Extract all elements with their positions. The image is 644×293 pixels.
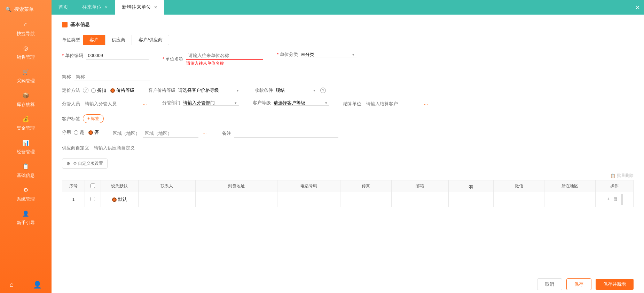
sidebar-item-system[interactable]: ⚙ 系统管理: [0, 181, 52, 205]
unit-category-select[interactable]: 未分类: [301, 52, 356, 57]
cell-default: 默认: [101, 192, 139, 207]
tab-partners-close[interactable]: ✕: [104, 5, 108, 10]
sidebar-item-inventory[interactable]: 📦 库存核算: [0, 87, 52, 111]
sidebar-item-finance[interactable]: 💰 资金管理: [0, 111, 52, 134]
form-field-supplier-custom: 供应商自定义: [62, 144, 189, 152]
unit-name-input[interactable]: [186, 51, 263, 60]
payment-terms-help-icon[interactable]: ?: [320, 88, 326, 93]
sidebar-footer: ⌂ 👤: [0, 276, 52, 293]
row-drag-handle[interactable]: [621, 194, 623, 205]
disabled-radio-no[interactable]: 否: [88, 129, 99, 136]
batch-delete-label[interactable]: 批量删除: [617, 173, 634, 179]
customer-price-select[interactable]: 请选择客户价格等级: [178, 88, 241, 93]
tag-add-btn[interactable]: + 标签: [83, 114, 104, 123]
unit-name-label: 单位名称: [163, 56, 184, 62]
tab-partners[interactable]: 往来单位 ✕: [75, 0, 115, 15]
supplier-custom-input[interactable]: [92, 144, 189, 152]
form-field-code: 单位编码: [62, 51, 149, 60]
default-radio-label[interactable]: 默认: [103, 196, 136, 203]
section-icon: [62, 22, 68, 27]
sidebar-item-label: 采购管理: [17, 78, 35, 84]
basics-icon: 📋: [21, 161, 31, 171]
unit-code-input[interactable]: [86, 51, 149, 60]
table-body: 1 默认: [62, 192, 634, 207]
type-btn-customer[interactable]: 客户: [83, 35, 105, 45]
cell-phone: [277, 192, 340, 207]
inventory-icon: 📦: [21, 90, 31, 100]
wechat-input[interactable]: [507, 197, 531, 202]
sidebar-item-quick-nav[interactable]: ⌂ 快捷导航: [0, 16, 52, 40]
row-region-input[interactable]: [558, 197, 582, 202]
sidebar-user-btn[interactable]: 👤: [30, 279, 45, 290]
payment-terms-select[interactable]: 现结: [276, 88, 317, 93]
section-title: 基本信息: [70, 22, 90, 28]
save-button[interactable]: 保存: [566, 278, 591, 290]
notes-input[interactable]: [234, 129, 338, 138]
cell-fax: [340, 192, 391, 207]
disabled-radio-yes[interactable]: 是: [74, 129, 84, 136]
fax-input[interactable]: [354, 197, 378, 202]
payment-terms-select-wrapper: 现结: [276, 88, 317, 93]
contact-table: 序号 设为默认 联系人 到货地址 电话号码 传真 邮箱 qq 微信 所在地区 操…: [62, 180, 634, 207]
pricing-label: 定价方法: [62, 87, 80, 93]
sidebar-item-label: 基础信息: [17, 172, 35, 179]
settlement-ellipsis-btn[interactable]: ···: [423, 101, 430, 107]
pricing-radio-discount-input[interactable]: [91, 88, 96, 93]
cell-seq: 1: [62, 192, 85, 207]
sidebar: 🔍 搜索菜单 ⌂ 快捷导航 ◎ 销售管理 🛒 采购管理 📦 库存核算 💰 资金管…: [0, 0, 52, 293]
row-checkbox[interactable]: [91, 197, 95, 201]
row-add-btn[interactable]: +: [606, 196, 611, 202]
payment-terms-label: 收款条件: [255, 87, 273, 93]
tab-home[interactable]: 首页: [52, 0, 75, 15]
tab-new-partner-close[interactable]: ✕: [154, 5, 157, 10]
pricing-radio-level-input[interactable]: [110, 88, 115, 93]
manager-input[interactable]: [83, 100, 139, 108]
col-qq: qq: [448, 180, 493, 192]
custom-settings-btn[interactable]: ⚙ ⚙ 自定义项设置: [62, 158, 108, 169]
pricing-help-icon[interactable]: ?: [83, 88, 88, 93]
qq-input[interactable]: [461, 197, 481, 202]
row-delete-btn[interactable]: 🗑: [612, 196, 619, 202]
sidebar-item-purchase[interactable]: 🛒 采购管理: [0, 63, 52, 87]
contact-input[interactable]: [153, 197, 181, 202]
sidebar-item-operations[interactable]: 📊 经营管理: [0, 134, 52, 158]
table-header: 序号 设为默认 联系人 到货地址 电话号码 传真 邮箱 qq 微信 所在地区 操…: [62, 180, 634, 192]
col-wechat: 微信: [493, 180, 544, 192]
short-name-input[interactable]: [74, 73, 150, 81]
disabled-radio-no-input[interactable]: [88, 130, 93, 135]
region-input[interactable]: [143, 129, 198, 138]
sidebar-item-label: 销售管理: [17, 54, 35, 60]
settlement-input[interactable]: [364, 100, 420, 108]
cancel-button[interactable]: 取消: [537, 278, 562, 290]
address-input[interactable]: [215, 197, 257, 202]
department-select-wrapper: 请输入分管部门: [183, 100, 239, 106]
cell-wechat: [493, 192, 544, 207]
sidebar-item-basics[interactable]: 📋 基础信息: [0, 158, 52, 181]
sidebar-item-sales[interactable]: ◎ 销售管理: [0, 40, 52, 63]
type-btn-both[interactable]: 客户/供应商: [132, 35, 169, 45]
customer-level-select-wrapper: 请选择客户等级: [274, 100, 329, 106]
cell-email: [391, 192, 448, 207]
sidebar-home-btn[interactable]: ⌂: [7, 279, 17, 290]
tab-new-partner[interactable]: 新增往来单位 ✕: [115, 0, 164, 15]
manager-ellipsis-btn[interactable]: ···: [141, 101, 148, 107]
form-field-customer-level: 客户等级 请选择客户等级: [253, 100, 329, 106]
pricing-radio-level[interactable]: 价格等级: [110, 87, 134, 93]
col-fax: 传真: [340, 180, 391, 192]
sidebar-item-newbie[interactable]: 👤 新手引导: [0, 205, 52, 229]
region-ellipsis-btn[interactable]: ···: [201, 131, 208, 136]
default-radio-input[interactable]: [112, 197, 117, 202]
tabs-bar-close-btn[interactable]: ✕: [635, 4, 640, 11]
sidebar-item-label: 资金管理: [17, 125, 35, 131]
department-select[interactable]: 请输入分管部门: [183, 100, 239, 106]
phone-input[interactable]: [293, 197, 324, 202]
pricing-radio-discount[interactable]: 折扣: [91, 87, 106, 93]
disabled-radio-yes-input[interactable]: [74, 130, 78, 135]
cell-address: [195, 192, 277, 207]
email-input[interactable]: [406, 197, 434, 202]
sidebar-item-search[interactable]: 🔍 搜索菜单: [0, 3, 52, 16]
save-new-button[interactable]: 保存并新增: [596, 279, 634, 290]
customer-level-select[interactable]: 请选择客户等级: [274, 100, 329, 106]
table-select-all[interactable]: [91, 184, 95, 188]
type-btn-supplier[interactable]: 供应商: [105, 35, 132, 45]
